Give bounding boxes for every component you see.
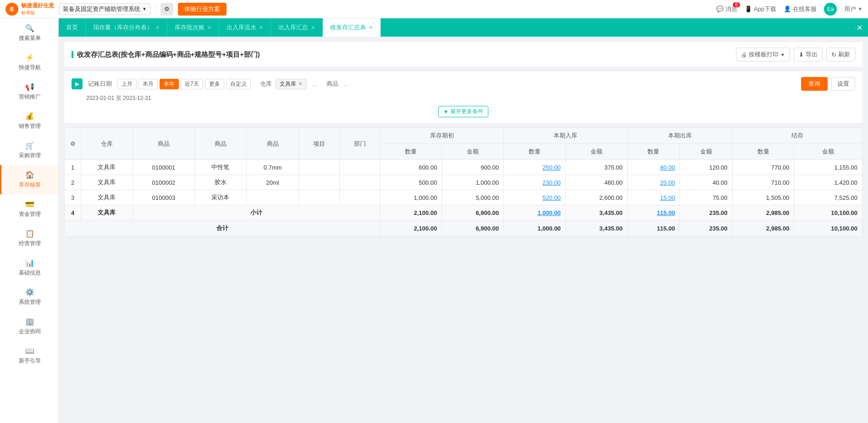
tab-batch[interactable]: 库存批次账 ✕ bbox=[167, 18, 219, 37]
th-group-closing: 结存 bbox=[732, 128, 862, 144]
warehouse-more[interactable]: ... bbox=[312, 81, 317, 88]
table-row: 3 文具库 0100003 采访本 1,000.00 5,000.00 520.… bbox=[65, 190, 862, 205]
tab-close-inventory-dist[interactable]: ✕ bbox=[155, 25, 160, 31]
expand-more-btn[interactable]: ▼ 展开更多条件 bbox=[438, 106, 489, 117]
th-goods-name: 商品 bbox=[194, 128, 246, 160]
tab-close-inout-flow[interactable]: ✕ bbox=[259, 25, 263, 31]
total-out-amt: 235.00 bbox=[680, 220, 732, 236]
message-icon[interactable]: 💬 消息 6 bbox=[716, 5, 737, 13]
total-open-amt: 6,900.00 bbox=[442, 220, 504, 236]
warehouse-tag-close[interactable]: ✕ bbox=[298, 81, 303, 87]
expand-icon: ▼ bbox=[443, 109, 449, 115]
th-in-qty: 数量 bbox=[503, 144, 565, 160]
sidebar-item-quick[interactable]: ⚡ 快捷导航 bbox=[0, 48, 58, 77]
divider bbox=[155, 5, 156, 14]
date-btn-7days[interactable]: 近7天 bbox=[181, 79, 203, 89]
date-label: 记账日期 bbox=[88, 80, 112, 88]
tab-close-inout-summary[interactable]: ✕ bbox=[311, 25, 315, 31]
tab-close-recv-send[interactable]: ✕ bbox=[369, 25, 373, 31]
tab-close-batch[interactable]: ✕ bbox=[207, 25, 211, 31]
export-icon: ⬇ bbox=[799, 51, 804, 58]
th-settings: ⚙ bbox=[65, 128, 81, 160]
date-btn-custom[interactable]: 自定义 bbox=[226, 79, 251, 89]
th-goods-code: 商品 bbox=[133, 128, 194, 160]
system-icon: ⚙️ bbox=[25, 288, 34, 297]
date-btn-this-year[interactable]: 本年 bbox=[160, 79, 179, 89]
total-open-qty: 2,100.00 bbox=[380, 220, 442, 236]
logo-area: 6 畅捷通好生意 标准版 bbox=[6, 2, 54, 16]
sidebar-item-guide[interactable]: 📖 新手引导 bbox=[0, 341, 58, 370]
tab-inout-flow[interactable]: 出入库流水 ✕ bbox=[219, 18, 271, 37]
page-content: 收发存汇总表(按仓库+商品编码+商品+规格型号+项目+部门) 🖨 按模板打印 ▼… bbox=[59, 37, 868, 423]
th-group-out: 本期出库 bbox=[627, 128, 732, 144]
user-avatar[interactable]: Ea bbox=[824, 3, 837, 16]
filter-area: ▶ 记账日期 上月 本月 本年 近7天 更多 自定义 仓库 bbox=[64, 71, 862, 123]
total-row: 合计 2,100.00 6,900.00 1,000.00 3,435.00 1… bbox=[65, 220, 862, 236]
online-service-btn[interactable]: 👤 在线客服 bbox=[784, 5, 817, 13]
inventory-icon: 🏠 bbox=[25, 170, 34, 179]
th-project: 项目 bbox=[299, 128, 340, 160]
sidebar-item-operation[interactable]: 📋 经营管理 bbox=[0, 224, 58, 253]
sidebar-item-marketing[interactable]: 📢 营销推广 bbox=[0, 77, 58, 106]
sidebar-item-enterprise[interactable]: 🏢 企业协同 bbox=[0, 312, 58, 341]
sidebar-item-sales[interactable]: 💰 销售管理 bbox=[0, 106, 58, 136]
top-bar: 6 畅捷通好生意 标准版 装备及固定资产辅助管理系统 ▼ ⚙ 体验行业方案 💬 … bbox=[0, 0, 868, 18]
enterprise-icon: 🏢 bbox=[25, 317, 34, 326]
chevron-down-icon: ▼ bbox=[142, 6, 147, 11]
table-row: 1 文具库 0100001 中性笔 0.7mm 600.00 900.00 25… bbox=[65, 160, 862, 175]
page-header: 收发存汇总表(按仓库+商品编码+商品+规格型号+项目+部门) 🖨 按模板打印 ▼… bbox=[64, 42, 862, 67]
tab-recv-send[interactable]: 收发存汇总表 ✕ bbox=[323, 18, 381, 37]
system-title[interactable]: 装备及固定资产辅助管理系统 ▼ bbox=[59, 3, 151, 15]
trial-button[interactable]: 体验行业方案 bbox=[178, 3, 227, 16]
date-btn-more[interactable]: 更多 bbox=[205, 79, 224, 89]
data-table: ⚙ 仓库 商品 商品 商品 项目 部门 库存期初 本期入库 本期出库 结存 bbox=[64, 127, 862, 236]
th-group-opening: 库存期初 bbox=[380, 128, 504, 144]
header-actions: 🖨 按模板打印 ▼ ⬇ 导出 ↻ 刷新 bbox=[736, 48, 855, 61]
sidebar-item-search[interactable]: 🔍 搜索菜单 bbox=[0, 18, 58, 48]
export-btn[interactable]: ⬇ 导出 bbox=[794, 48, 823, 61]
date-quick-btns: 上月 本月 本年 近7天 更多 自定义 bbox=[117, 79, 251, 89]
filter-row-1: ▶ 记账日期 上月 本月 本年 近7天 更多 自定义 仓库 bbox=[72, 77, 855, 91]
sidebar-item-finance[interactable]: 💳 资金管理 bbox=[0, 194, 58, 224]
print-btn[interactable]: 🖨 按模板打印 ▼ bbox=[736, 48, 790, 61]
settings-icon[interactable]: ⚙ bbox=[160, 3, 173, 16]
goods-more[interactable]: ... bbox=[344, 81, 349, 88]
basic-icon: 📊 bbox=[25, 258, 34, 267]
operation-icon: 📋 bbox=[25, 229, 34, 238]
date-btn-this-month[interactable]: 本月 bbox=[138, 79, 158, 89]
sidebar-item-purchase[interactable]: 🛒 采购管理 bbox=[0, 136, 58, 165]
th-close-qty: 数量 bbox=[732, 144, 794, 160]
total-close-amt: 10,100.00 bbox=[794, 220, 862, 236]
chevron-down-icon: ▼ bbox=[858, 6, 862, 11]
tab-bar-close-btn[interactable]: ✕ bbox=[851, 23, 868, 32]
refresh-icon: ↻ bbox=[831, 51, 836, 58]
date-btn-prev-month[interactable]: 上月 bbox=[117, 79, 137, 89]
filter-toggle-btn[interactable]: ▶ bbox=[72, 78, 83, 89]
refresh-btn[interactable]: ↻ 刷新 bbox=[826, 48, 855, 61]
total-in-qty: 1,000.00 bbox=[503, 220, 565, 236]
title-accent bbox=[72, 51, 73, 58]
table-row: 2 文具库 0100002 胶水 20ml 500.00 1,000.00 23… bbox=[65, 175, 862, 190]
top-bar-right: 💬 消息 6 📱 App下载 👤 在线客服 Ea 用户 ▼ bbox=[716, 3, 862, 16]
search-icon: 🔍 bbox=[25, 24, 34, 33]
user-menu[interactable]: 用户 ▼ bbox=[844, 5, 862, 13]
th-in-amt: 金额 bbox=[565, 144, 627, 160]
expand-row: ▼ 展开更多条件 bbox=[72, 106, 855, 117]
subtotal-row: 4 文具库 小计 2,100.00 6,900.00 1,000.00 3,43… bbox=[65, 205, 862, 220]
th-warehouse: 仓库 bbox=[81, 128, 133, 160]
logo-text: 畅捷通好生意 标准版 bbox=[21, 2, 54, 16]
warehouse-filter: 仓库 文具库 ✕ ... bbox=[260, 79, 317, 89]
app-download-btn[interactable]: 📱 App下载 bbox=[745, 5, 776, 13]
tab-inventory-dist[interactable]: 现存量（库存分布表） ✕ bbox=[86, 18, 167, 37]
sidebar-item-system[interactable]: ⚙️ 系统管理 bbox=[0, 282, 58, 312]
th-group-in: 本期入库 bbox=[503, 128, 627, 144]
tab-home[interactable]: 首页 bbox=[59, 18, 86, 37]
query-btn[interactable]: 查询 bbox=[801, 77, 828, 91]
th-dept: 部门 bbox=[339, 128, 380, 160]
sidebar-item-inventory[interactable]: 🏠 库存核算 bbox=[0, 165, 58, 194]
sidebar: 🔍 搜索菜单 ⚡ 快捷导航 📢 营销推广 💰 销售管理 🛒 采购管理 🏠 bbox=[0, 18, 59, 423]
set-btn[interactable]: 设置 bbox=[831, 77, 855, 91]
sidebar-item-basic[interactable]: 📊 基础信息 bbox=[0, 253, 58, 282]
marketing-icon: 📢 bbox=[25, 82, 34, 91]
tab-inout-summary[interactable]: 出入库汇总 ✕ bbox=[271, 18, 323, 37]
